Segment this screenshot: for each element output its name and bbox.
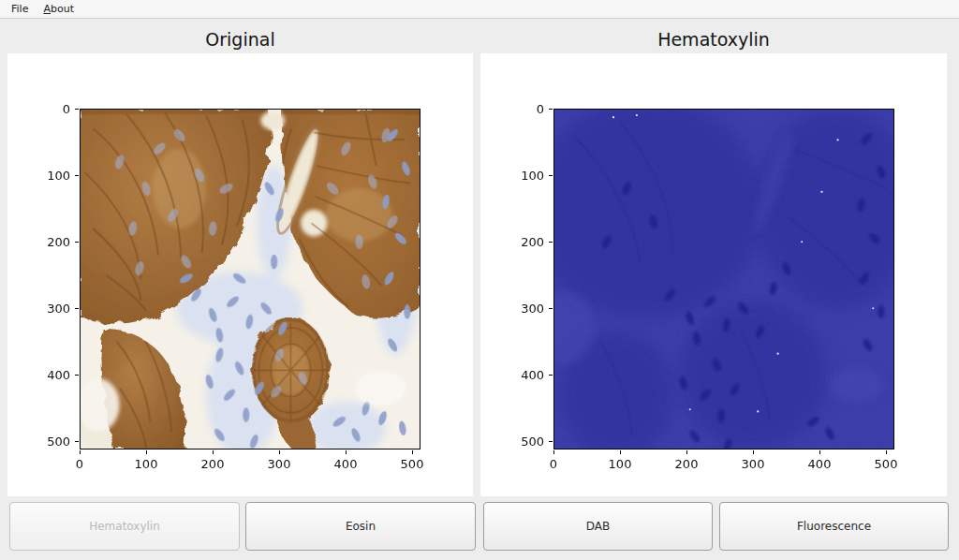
y-tick-mark: [549, 109, 553, 110]
y-tick-mark: [549, 375, 553, 376]
x-tick-label: 500: [875, 457, 898, 471]
x-tick-mark: [553, 450, 554, 454]
x-tick-label: 300: [268, 457, 291, 471]
original-tissue-image: [80, 109, 420, 449]
menubar: File About: [0, 0, 959, 19]
menu-about-accel: A: [43, 3, 51, 15]
x-tick-label: 200: [201, 457, 225, 471]
y-tick-label: 0: [63, 102, 70, 116]
x-tick-mark: [819, 450, 820, 454]
y-tick-label: 0: [537, 102, 544, 116]
y-tick-label: 100: [521, 169, 544, 183]
x-tick-mark: [753, 450, 754, 454]
y-tick-mark: [75, 308, 79, 309]
x-tick-label: 400: [334, 457, 358, 471]
x-tick-mark: [620, 450, 621, 454]
eosin-button[interactable]: Eosin: [245, 502, 476, 551]
y-tick-mark: [549, 441, 553, 442]
y-tick-label: 200: [47, 235, 70, 249]
x-tick-mark: [213, 450, 214, 454]
x-tick-label: 100: [609, 457, 632, 471]
menu-about-rest: bout: [51, 3, 74, 15]
y-tick-label: 300: [521, 302, 544, 316]
x-tick-label: 200: [675, 457, 699, 471]
y-tick-label: 400: [47, 368, 70, 382]
y-tick-label: 100: [47, 169, 70, 183]
dab-button[interactable]: DAB: [483, 502, 713, 551]
x-tick-mark: [886, 450, 887, 454]
y-tick-label: 500: [47, 435, 70, 449]
y-tick-mark: [549, 242, 553, 243]
x-axis: 0100200300400500: [553, 449, 894, 474]
hematoxylin-title: Hematoxylin: [480, 27, 947, 52]
y-tick-label: 400: [521, 368, 544, 382]
x-tick-label: 400: [808, 457, 832, 471]
menu-about[interactable]: About: [36, 1, 81, 17]
x-tick-mark: [279, 450, 280, 454]
x-tick-label: 100: [135, 457, 158, 471]
x-tick-mark: [346, 450, 347, 454]
x-tick-label: 0: [550, 457, 557, 471]
hematoxylin-button[interactable]: Hematoxylin: [9, 502, 240, 551]
x-tick-mark: [686, 450, 687, 454]
y-tick-mark: [75, 441, 79, 442]
original-panel: 0100200300400500 0100200300400500: [7, 53, 473, 496]
y-tick-mark: [75, 242, 79, 243]
menu-file[interactable]: File: [4, 1, 36, 17]
original-plot: 0100200300400500 0100200300400500: [80, 109, 420, 449]
hematoxylin-plot: 0100200300400500 0100200300400500: [553, 109, 894, 449]
y-tick-label: 200: [521, 235, 544, 249]
x-tick-mark: [146, 450, 147, 454]
y-tick-label: 300: [47, 302, 70, 316]
x-tick-mark: [412, 450, 413, 454]
x-tick-label: 500: [401, 457, 424, 471]
hematoxylin-channel-image: [553, 109, 894, 449]
y-tick-mark: [549, 175, 553, 176]
x-tick-label: 300: [742, 457, 765, 471]
y-tick-mark: [549, 308, 553, 309]
x-tick-label: 0: [76, 457, 83, 471]
y-tick-mark: [75, 175, 79, 176]
y-tick-label: 500: [521, 435, 544, 449]
x-axis: 0100200300400500: [80, 449, 420, 474]
x-tick-mark: [80, 450, 81, 454]
fluorescence-button[interactable]: Fluorescence: [719, 502, 949, 551]
y-tick-mark: [75, 375, 79, 376]
hematoxylin-panel: 0100200300400500 0100200300400500: [480, 53, 947, 496]
original-title: Original: [7, 27, 473, 52]
y-tick-mark: [75, 109, 79, 110]
